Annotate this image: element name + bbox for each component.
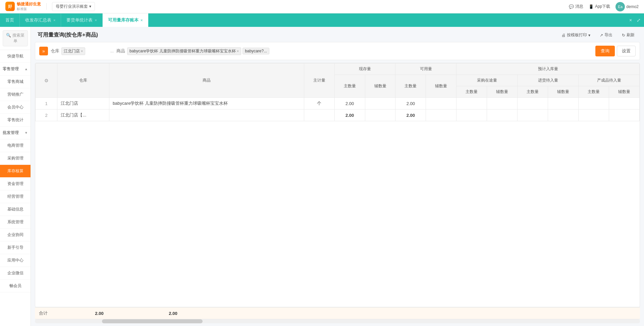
cell-no-1: 1 bbox=[36, 98, 57, 109]
sidebar-item-purchase-mgmt[interactable]: 采购管理 bbox=[0, 152, 31, 165]
cell-warehouse-2: 江北门店【... bbox=[57, 109, 109, 121]
product-filter-label: 商品 bbox=[116, 48, 125, 54]
user-area[interactable]: Ea demo2 bbox=[615, 2, 639, 11]
sidebar-item-finance[interactable]: 资金管理 bbox=[0, 178, 31, 190]
sidebar-item-retail-mall[interactable]: 零售商城 bbox=[0, 76, 31, 88]
cell-inbound-main-1 bbox=[518, 98, 548, 109]
page-actions: 🖨 按模板打印 ▾ ↗ 导出 ↻ 刷新 bbox=[559, 31, 637, 39]
logo-sub: 标准版 bbox=[17, 7, 41, 11]
top-bar-left: 好 畅捷通好生意 标准版 母婴行业演示账套 ▾ bbox=[5, 2, 95, 11]
sidebar-item-system[interactable]: 系统管理 bbox=[0, 216, 31, 229]
logo-icon: 好 bbox=[5, 2, 15, 11]
cell-avail-aux-1 bbox=[426, 98, 457, 109]
tab-order-stat[interactable]: 要货单统计表 × bbox=[61, 13, 102, 27]
tab-receipt-label: 收发存汇总表 bbox=[25, 17, 51, 23]
cell-product-main-1 bbox=[579, 98, 609, 109]
th-current-main: 主数量 bbox=[334, 75, 365, 98]
sidebar-item-wholesale-mgmt[interactable]: 批发管理 ▼ bbox=[0, 127, 31, 139]
sidebar-item-member-center[interactable]: 会员中心 bbox=[0, 101, 31, 114]
warehouse-tag-0: 江北门店 × bbox=[61, 47, 85, 55]
footer-scroll[interactable] bbox=[35, 319, 640, 323]
app-download-btn[interactable]: 📱 App下载 bbox=[589, 4, 610, 9]
refresh-btn[interactable]: ↻ 刷新 bbox=[619, 31, 637, 39]
gear-icon[interactable]: ⚙ bbox=[43, 77, 50, 84]
tab-bar: 首页 收发存汇总表 × 要货单统计表 × 可用量库存账本 × × ⤢ bbox=[0, 13, 644, 27]
th-purchase-pending: 进货待入量 bbox=[518, 75, 579, 86]
product-tag-remove-0[interactable]: × bbox=[237, 49, 239, 53]
refresh-icon: ↻ bbox=[622, 33, 625, 38]
tab-available-stock-label: 可用量库存账本 bbox=[108, 17, 139, 23]
export-icon: ↗ bbox=[600, 33, 603, 38]
sidebar-item-quick-nav[interactable]: 快捷导航 bbox=[0, 50, 31, 63]
logo-text: 畅捷通好生意 bbox=[17, 2, 41, 6]
warehouse-tag-remove[interactable]: × bbox=[81, 49, 83, 53]
th-product-aux: 辅数量 bbox=[609, 86, 639, 98]
summary-avail-aux bbox=[193, 311, 227, 316]
cell-no-2: 2 bbox=[36, 109, 57, 121]
cell-current-aux-2 bbox=[365, 109, 395, 121]
cell-current-aux-1 bbox=[365, 98, 395, 109]
filter-actions: 查询 设置 bbox=[595, 46, 636, 56]
summary-bar: 合计 2.00 2.00 bbox=[35, 307, 640, 319]
cell-product-aux-2 bbox=[609, 109, 639, 121]
query-btn[interactable]: 查询 bbox=[595, 46, 615, 56]
warehouse-filter-more[interactable]: ... bbox=[110, 49, 114, 53]
sidebar-item-retail-mgmt[interactable]: 零售管理 ▲ bbox=[0, 63, 31, 76]
divider bbox=[46, 3, 47, 10]
sidebar-item-marketing[interactable]: 营销推广 bbox=[0, 88, 31, 101]
message-btn[interactable]: 💬 消息 bbox=[569, 4, 583, 9]
filter-expand-btn[interactable]: » bbox=[39, 47, 48, 55]
th-purchase-main: 主数量 bbox=[457, 86, 487, 98]
tab-available-stock[interactable]: 可用量库存账本 × bbox=[103, 13, 148, 27]
tab-receipt-close[interactable]: × bbox=[53, 18, 55, 22]
settings-btn[interactable]: 设置 bbox=[617, 46, 636, 56]
expand-window-btn[interactable]: ⤢ bbox=[636, 17, 641, 23]
tab-order-stat-close[interactable]: × bbox=[95, 18, 97, 22]
sidebar-item-inventory[interactable]: 库存核算 bbox=[0, 165, 31, 178]
th-purchase-aux: 辅数量 bbox=[487, 86, 518, 98]
summary-values: 2.00 2.00 bbox=[79, 311, 636, 316]
cell-product-aux-1 bbox=[609, 98, 639, 109]
chevron-down-icon: ▾ bbox=[588, 33, 590, 38]
sidebar-item-new-guide[interactable]: 新手引导 bbox=[0, 241, 31, 254]
data-table: ⚙ 仓库 商品 主计量 现存量 bbox=[35, 63, 640, 121]
product-tag-value-1: babycare?... bbox=[245, 49, 267, 53]
sidebar-search-btn[interactable]: 🔍 搜索菜单 bbox=[3, 30, 28, 46]
sidebar-item-enterprise-wechat[interactable]: 企业微信 bbox=[0, 267, 31, 280]
th-forecast-inbound: 预计入库量 bbox=[457, 63, 640, 75]
avatar: Ea bbox=[615, 2, 625, 11]
industry-selector[interactable]: 母婴行业演示账套 ▾ bbox=[52, 2, 95, 11]
phone-icon: 📱 bbox=[589, 4, 594, 9]
scroll-thumb bbox=[102, 319, 203, 323]
cell-purchase-main-1 bbox=[457, 98, 487, 109]
cell-product-2 bbox=[109, 109, 304, 121]
warehouse-tag-value: 江北门店 bbox=[64, 48, 80, 54]
content-area: 可用量查询(按仓库+商品) 🖨 按模板打印 ▾ ↗ 导出 ↻ 刷新 bbox=[31, 27, 644, 326]
sidebar-item-ecommerce[interactable]: 电商管理 bbox=[0, 139, 31, 152]
close-window-btn[interactable]: × bbox=[628, 17, 633, 23]
sidebar-item-operations[interactable]: 经营管理 bbox=[0, 190, 31, 203]
cell-warehouse-1: 江北门店 bbox=[57, 98, 109, 109]
sidebar-item-retail-stats[interactable]: 零售统计 bbox=[0, 114, 31, 127]
sidebar: 🔍 搜索菜单 快捷导航 零售管理 ▲ 零售商城 营销推广 会员中心 零售统计 批… bbox=[0, 27, 31, 326]
warehouse-filter-tags: 江北门店 × bbox=[61, 47, 108, 55]
sidebar-item-basics[interactable]: 基础信息 bbox=[0, 203, 31, 216]
message-icon: 💬 bbox=[569, 4, 574, 9]
tab-home[interactable]: 首页 bbox=[0, 13, 20, 27]
th-main-unit: 主计量 bbox=[304, 63, 334, 98]
summary-current-aux bbox=[119, 311, 153, 316]
sidebar-item-app-center[interactable]: 应用中心 bbox=[0, 254, 31, 267]
tab-receipt[interactable]: 收发存汇总表 × bbox=[20, 13, 61, 27]
sidebar-item-vip[interactable]: 畅会员 bbox=[0, 280, 31, 292]
page-header: 可用量查询(按仓库+商品) 🖨 按模板打印 ▾ ↗ 导出 ↻ 刷新 bbox=[31, 27, 644, 42]
chevron-up-icon: ▲ bbox=[24, 67, 28, 71]
export-btn[interactable]: ↗ 导出 bbox=[597, 31, 615, 39]
message-label: 消息 bbox=[575, 4, 583, 9]
print-template-btn[interactable]: 🖨 按模板打印 ▾ bbox=[559, 31, 593, 39]
cell-purchase-aux-2 bbox=[487, 109, 518, 121]
sidebar-item-enterprise[interactable]: 企业协同 bbox=[0, 229, 31, 241]
top-bar: 好 畅捷通好生意 标准版 母婴行业演示账套 ▾ 💬 消息 📱 App下载 Ea … bbox=[0, 0, 644, 13]
filter-area: » 仓库 江北门店 × ... 商品 babycare学饮杯 儿童防摔防撞吸管杯… bbox=[35, 42, 640, 60]
warehouse-filter-group: 仓库 江北门店 × ... bbox=[51, 47, 114, 55]
tab-available-stock-close[interactable]: × bbox=[141, 18, 143, 22]
